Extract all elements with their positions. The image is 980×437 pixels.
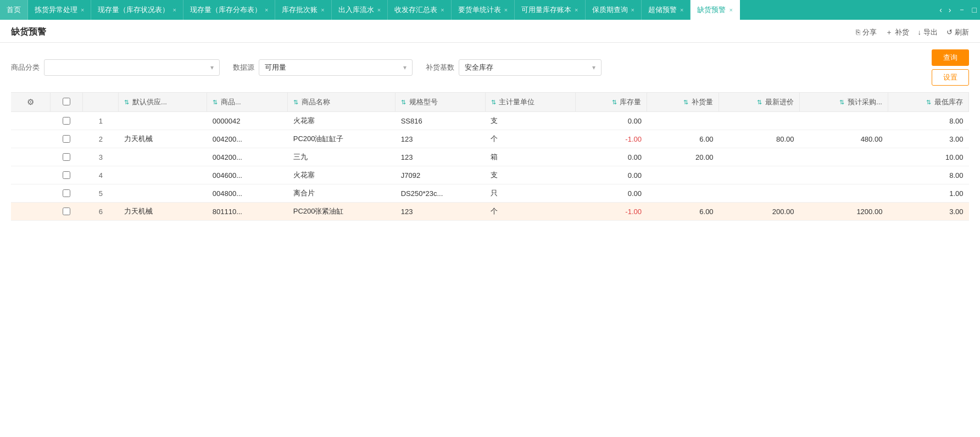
code-sort-icon: ⇅ (213, 99, 218, 105)
close-available-tab[interactable]: × (575, 7, 578, 13)
row-checkbox[interactable] (63, 208, 70, 215)
tab-expiry[interactable]: 保质期查询 × (586, 0, 642, 20)
row-checkbox-cell[interactable] (51, 148, 83, 166)
th-code[interactable]: ⇅ 商品... (207, 93, 288, 112)
row-replenish (647, 184, 719, 203)
row-supplier (119, 112, 207, 130)
tab-shortage[interactable]: 缺货预警 × (691, 0, 739, 20)
th-name[interactable]: ⇅ 商品名称 (288, 93, 396, 112)
datasource-select[interactable]: 可用量 ▾ (259, 59, 413, 76)
th-min-stock[interactable]: ⇅ 最低库存 (888, 93, 968, 112)
close-exception-tab[interactable]: × (81, 7, 84, 13)
th-checkbox[interactable] (51, 93, 83, 112)
row-settings-cell (11, 148, 51, 166)
share-action[interactable]: ⎘ 分享 (856, 27, 877, 37)
tab-stock-dist[interactable]: 现存量（库存分布表） × (183, 0, 275, 20)
th-unit[interactable]: ⇅ 主计量单位 (485, 93, 575, 112)
row-est-purchase: 480.00 (800, 130, 888, 148)
table-settings-gear-icon[interactable]: ⚙ (27, 97, 34, 107)
row-number: 2 (83, 130, 119, 148)
refresh-action[interactable]: ↺ 刷新 (946, 27, 969, 37)
tab-exception[interactable]: 拣货异常处理 × (28, 0, 91, 20)
table-row[interactable]: 1 0000042 火花塞 SS816 支 0.00 8.00 (11, 112, 969, 130)
close-collect-tab[interactable]: × (441, 7, 444, 13)
row-checkbox[interactable] (63, 117, 70, 125)
row-latest-price: 80.00 (719, 130, 800, 148)
close-batch-tab[interactable]: × (321, 7, 324, 13)
row-replenish (647, 112, 719, 130)
row-settings-cell (11, 184, 51, 203)
select-all-checkbox[interactable] (63, 98, 70, 105)
tab-order-stat[interactable]: 要货单统计表 × (452, 0, 515, 20)
th-min-stock-label: 最低库存 (934, 98, 963, 106)
export-action[interactable]: ↓ 导出 (918, 27, 938, 37)
tab-minimize[interactable]: － (955, 3, 969, 17)
refresh-icon: ↺ (946, 28, 953, 36)
th-spec[interactable]: ⇅ 规格型号 (396, 93, 485, 112)
row-latest-price (719, 184, 800, 203)
category-select[interactable]: ▾ (44, 59, 220, 76)
close-order-stat-tab[interactable]: × (504, 7, 508, 13)
close-shortage-tab[interactable]: × (729, 7, 732, 13)
row-checkbox-cell[interactable] (51, 184, 83, 203)
th-estimate[interactable]: ⇅ 预计采购... (800, 93, 888, 112)
row-stock: -1.00 (575, 203, 647, 221)
row-unit: 个 (485, 130, 575, 148)
row-est-purchase (800, 184, 888, 203)
table-row[interactable]: 3 004200... 三九 123 箱 0.00 20.00 10.00 (11, 148, 969, 166)
close-overstock-tab[interactable]: × (680, 7, 683, 13)
row-supplier: 力天机械 (119, 203, 207, 221)
row-stock: 0.00 (575, 184, 647, 203)
th-stock[interactable]: ⇅ 库存量 (575, 93, 647, 112)
tab-nav-next[interactable]: › (945, 3, 955, 16)
row-spec: 123 (396, 130, 485, 148)
row-supplier (119, 184, 207, 203)
th-supplier[interactable]: ⇅ 默认供应... (119, 93, 207, 112)
row-checkbox[interactable] (63, 135, 70, 143)
replenish-base-select[interactable]: 安全库存 ▾ (459, 59, 602, 76)
tab-batch[interactable]: 库存批次账 × (275, 0, 331, 20)
row-min-stock: 3.00 (888, 203, 968, 221)
settings-button[interactable]: 设置 (932, 69, 969, 86)
replenish-action[interactable]: ＋ 补货 (886, 27, 909, 37)
stock-sort-icon: ⇅ (612, 99, 617, 105)
tab-collect[interactable]: 收发存汇总表 × (388, 0, 451, 20)
table-row[interactable]: 4 004600... 火花塞 J7092 支 0.00 8.00 (11, 166, 969, 184)
th-price[interactable]: ⇅ 最新进价 (719, 93, 800, 112)
table-row[interactable]: 6 力天机械 801110... PC200张紧油缸 123 个 -1.00 6… (11, 203, 969, 221)
tab-available[interactable]: 可用量库存账本 × (515, 0, 585, 20)
th-unit-label: 主计量单位 (499, 98, 534, 106)
close-stock-dist-tab[interactable]: × (265, 7, 268, 13)
spec-sort-icon: ⇅ (401, 99, 406, 105)
row-checkbox[interactable] (63, 153, 70, 161)
row-min-stock: 3.00 (888, 130, 968, 148)
row-checkbox-cell[interactable] (51, 203, 83, 221)
tab-home[interactable]: 首页 (0, 0, 28, 20)
share-icon: ⎘ (856, 28, 860, 36)
table-row[interactable]: 2 力天机械 004200... PC200油缸缸子 123 个 -1.00 6… (11, 130, 969, 148)
table-row[interactable]: 5 004800... 离合片 DS250*23c... 只 0.00 1.00 (11, 184, 969, 203)
tab-nav-prev[interactable]: ‹ (936, 3, 945, 16)
tab-overstock[interactable]: 超储预警 × (642, 0, 691, 20)
row-checkbox[interactable] (63, 189, 70, 197)
row-replenish: 6.00 (647, 130, 719, 148)
row-spec: SS816 (396, 112, 485, 130)
tab-inout[interactable]: 出入库流水 × (332, 0, 388, 20)
th-settings[interactable]: ⚙ (11, 93, 51, 112)
row-supplier: 力天机械 (119, 130, 207, 148)
row-checkbox-cell[interactable] (51, 166, 83, 184)
row-checkbox[interactable] (63, 171, 70, 179)
close-stock-status-tab[interactable]: × (172, 7, 176, 13)
tab-maximize[interactable]: □ (969, 3, 980, 16)
row-checkbox-cell[interactable] (51, 130, 83, 148)
query-button[interactable]: 查询 (932, 49, 969, 66)
close-inout-tab[interactable]: × (377, 7, 381, 13)
row-checkbox-cell[interactable] (51, 112, 83, 130)
main-table: ⚙ ⇅ 默认供应... ⇅ 商品... ⇅ (11, 92, 969, 221)
tab-nav-buttons: ‹ › － □ (936, 3, 980, 17)
tab-stock-status[interactable]: 现存量（库存状况表） × (91, 0, 183, 20)
close-expiry-tab[interactable]: × (631, 7, 634, 13)
name-sort-icon: ⇅ (293, 99, 298, 105)
row-est-purchase (800, 112, 888, 130)
th-replenish[interactable]: ⇅ 补货量 (647, 93, 719, 112)
